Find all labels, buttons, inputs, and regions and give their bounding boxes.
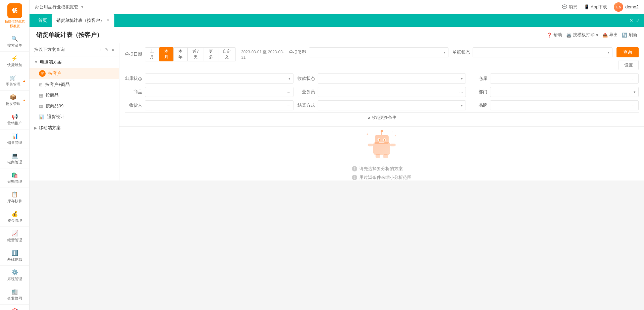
sidebar-item-marketing[interactable]: 📢 营销推广: [0, 110, 29, 130]
date-quick-group: 上月 本月 本年 近7天 更多 自定义: [145, 47, 236, 61]
purchase-icon: 🛍️: [11, 172, 18, 178]
scheme-item-by-customer[interactable]: 客 按客户: [30, 68, 119, 79]
sidebar-nav: 🔍 搜索菜单 ⚡ 快捷导航 🛒 零售管理 ▲ 📦 批发管理 ▲ 📢 营销推广: [0, 32, 29, 310]
doc-type-label: 单据类型: [289, 49, 306, 55]
sales-icon: 📊: [11, 133, 18, 139]
refresh-button[interactable]: 🔄 刷新: [622, 32, 637, 38]
brand-field[interactable]: ···: [490, 100, 639, 110]
scheme-edit-icon[interactable]: ✎: [105, 47, 109, 52]
tab-close-icon[interactable]: ✕: [106, 18, 110, 23]
date-this-year-btn[interactable]: 本年: [173, 47, 187, 61]
app-download-button[interactable]: 📱 App下载: [584, 4, 607, 10]
basic-icon: ℹ️: [11, 250, 18, 256]
export-button[interactable]: 📤 导出: [602, 32, 618, 38]
inventory-icon: 📋: [11, 191, 18, 198]
print-template-button[interactable]: 🖨️ 按模板打印 ▾: [566, 32, 598, 38]
product-field[interactable]: ···: [145, 87, 293, 97]
tab-bar-right: ✕ ⤢: [629, 18, 640, 23]
empty-state: ✦ ✦ ✦ 1 请先选择要分析的方案 2 用过滤条件来缩小分析范围: [119, 127, 644, 180]
empty-tip-2: 2 用过滤条件来缩小分析范围: [352, 174, 412, 180]
svg-text:✦: ✦: [391, 131, 393, 133]
date-this-month-btn[interactable]: 本月: [159, 47, 173, 61]
sidebar-item-basic[interactable]: ℹ️ 基础信息: [0, 246, 29, 266]
app-download-icon: 📱: [584, 4, 589, 9]
sidebar-item-purchase[interactable]: 🛍️ 采购管理: [0, 168, 29, 188]
sidebar-item-retail[interactable]: 🛒 零售管理 ▲: [0, 71, 29, 91]
scheme-group-mobile-header[interactable]: ▶ 移动端方案: [30, 122, 119, 134]
sidebar-item-newbie[interactable]: 🎯 新手引导: [0, 305, 29, 310]
user-avatar[interactable]: Ea: [614, 2, 623, 12]
doc-type-select[interactable]: ▾: [309, 47, 449, 57]
sidebar-item-shortcut[interactable]: ⚡ 快捷导航: [0, 52, 29, 71]
page-content: 销货单统计表（按客户） ❓ 帮助 🖨️ 按模板打印 ▾ 📤 导出 🔄 刷新: [30, 27, 644, 310]
top-header-right: 💬 消息 📱 App下载 Ea demo2: [562, 2, 639, 12]
by-customer-product-icon: ⊞: [39, 82, 43, 87]
search-icon: 🔍: [11, 36, 18, 42]
message-button[interactable]: 💬 消息: [562, 4, 577, 10]
salesperson-field[interactable]: ···: [318, 87, 466, 97]
empty-tip-1: 1 请先选择要分析的方案: [352, 166, 412, 172]
svg-rect-12: [383, 154, 388, 158]
department-select[interactable]: ▾: [490, 87, 639, 97]
warehouse-label: 仓库: [470, 75, 487, 82]
user-area[interactable]: Ea demo2: [614, 2, 639, 12]
brand-label: 品牌: [470, 102, 487, 108]
warehouse-dots: ···: [632, 76, 636, 81]
help-button[interactable]: ❓ 帮助: [547, 32, 562, 38]
sidebar-item-ecommerce[interactable]: 💻 电商管理: [0, 149, 29, 168]
date-custom-btn[interactable]: 自定义: [218, 47, 236, 61]
scheme-item-by-product[interactable]: ▦ 按商品: [30, 90, 119, 101]
industry-dropdown[interactable]: ▾: [81, 4, 84, 9]
query-button[interactable]: 查询: [616, 47, 639, 57]
tab-sales-stat[interactable]: 销货单统计表（按客户） ✕: [52, 14, 114, 27]
scheme-collapse-icon[interactable]: «: [112, 47, 114, 52]
scheme-item-by-product-99[interactable]: ▦ 按商品99: [30, 101, 119, 111]
svg-rect-10: [390, 144, 396, 146]
receipt-status-arrow: ▾: [461, 76, 463, 81]
receipt-status-select[interactable]: ▾: [318, 73, 466, 84]
svg-point-4: [378, 139, 380, 141]
shortcut-icon: ⚡: [11, 55, 18, 61]
sidebar-item-system[interactable]: ⚙️ 系统管理: [0, 266, 29, 285]
scheme-item-return-stat[interactable]: 📊 退货统计: [30, 111, 119, 122]
scheme-panel: 按以下方案查询 + ✎ « ▼ 电脑端方案 客 按客户: [30, 43, 119, 180]
scheme-item-by-customer-product[interactable]: ⊞ 按客户+商品: [30, 79, 119, 90]
by-customer-product-label: 按客户+商品: [45, 82, 70, 88]
tab-bar: 首页 销货单统计表（按客户） ✕ ✕ ⤢: [30, 14, 644, 27]
sidebar-item-sales[interactable]: 📊 销售管理: [0, 130, 29, 149]
scheme-actions: + ✎ «: [100, 47, 114, 52]
doc-status-select[interactable]: ▾: [473, 47, 612, 57]
tab-bar-close-icon[interactable]: ✕: [629, 18, 633, 23]
page-header: 销货单统计表（按客户） ❓ 帮助 🖨️ 按模板打印 ▾ 📤 导出 🔄 刷新: [30, 27, 644, 43]
settings-button[interactable]: 设置: [619, 60, 639, 70]
recipient-field[interactable]: ···: [145, 100, 293, 110]
sidebar-item-finance[interactable]: 💰 资金管理: [0, 207, 29, 227]
sidebar-item-operation[interactable]: 📈 经营管理: [0, 227, 29, 246]
sidebar-item-inventory[interactable]: 📋 库存核算: [0, 188, 29, 207]
receipt-status-label: 收款状态: [298, 75, 315, 82]
sidebar-item-enterprise[interactable]: 🏢 企业协同: [0, 285, 29, 305]
sidebar-item-wholesale[interactable]: 📦 批发管理 ▲: [0, 91, 29, 110]
warehouse-field[interactable]: ···: [490, 73, 639, 84]
collapse-bar[interactable]: ∧ 收起更多条件: [125, 112, 639, 122]
by-product-label: 按商品: [46, 92, 59, 98]
date-more-btn[interactable]: 更多: [204, 47, 218, 61]
by-customer-icon: 客: [39, 70, 46, 77]
sidebar-item-search[interactable]: 🔍 搜索菜单: [0, 32, 29, 52]
date-last-month-btn[interactable]: 上月: [145, 47, 159, 61]
settlement-select[interactable]: ▾: [318, 100, 466, 110]
recipient-dots: ···: [287, 103, 290, 108]
tab-home[interactable]: 首页: [34, 14, 52, 27]
collapse-up-icon: ∧: [368, 115, 371, 120]
help-icon: ❓: [547, 33, 552, 38]
by-customer-label: 按客户: [48, 70, 61, 76]
scheme-group-desktop-header[interactable]: ▼ 电脑端方案: [30, 56, 119, 68]
scheme-add-icon[interactable]: +: [100, 47, 102, 52]
salesperson-dots: ···: [460, 90, 463, 95]
date-last-7days-btn[interactable]: 近7天: [187, 47, 204, 61]
sidebar-logo[interactable]: 畅 畅捷信好生意标准版: [0, 0, 29, 32]
tab-bar-maximize-icon[interactable]: ⤢: [636, 18, 640, 23]
by-product-99-icon: ▦: [39, 104, 43, 109]
out-status-select[interactable]: ▾: [145, 73, 293, 84]
empty-illustration: ✦ ✦ ✦: [365, 127, 398, 160]
